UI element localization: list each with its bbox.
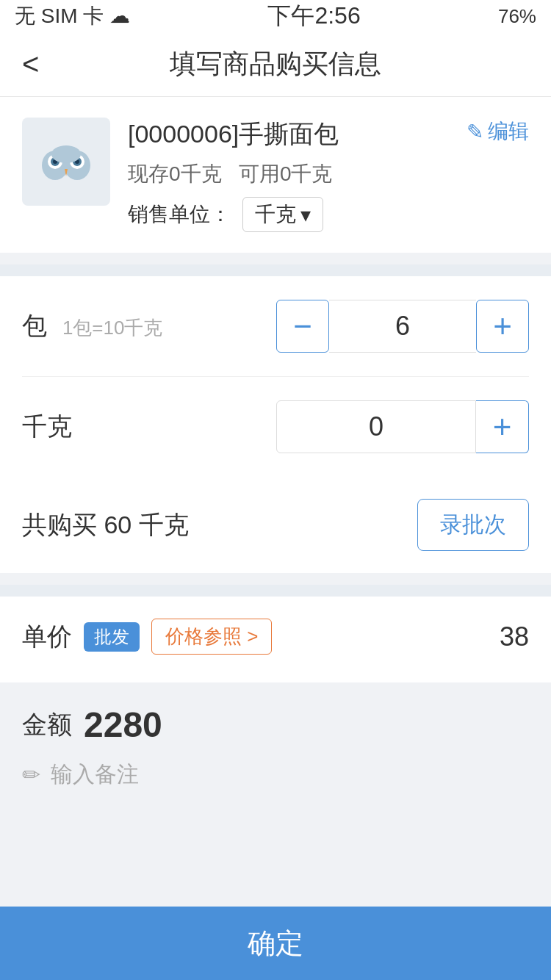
price-ref-label: 价格参照 > <box>165 624 258 649</box>
unit-select[interactable]: 千克 ▾ <box>242 197 323 232</box>
back-button[interactable]: < <box>22 48 39 81</box>
battery-level: 76% <box>498 5 536 28</box>
summary-text: 共购买 60 千克 <box>22 508 189 542</box>
kg-plus-button[interactable]: + <box>476 400 529 453</box>
product-image <box>22 118 110 206</box>
edit-label: 编辑 <box>488 118 529 145</box>
sim-status: 无 SIM 卡 ☁ <box>15 2 130 30</box>
kg-label: 千克 <box>22 412 72 440</box>
price-badge: 批发 <box>84 622 140 652</box>
note-placeholder: 输入备注 <box>51 760 139 790</box>
product-unit-row: 销售单位： 千克 ▾ <box>128 197 529 232</box>
amount-label: 金额 <box>22 708 72 742</box>
stock-available: 可用0千克 <box>239 162 333 185</box>
edit-pencil-icon: ✎ <box>467 120 483 144</box>
price-value: 38 <box>500 621 529 652</box>
note-pencil-icon: ✏ <box>22 762 40 788</box>
price-label: 单价 <box>22 620 72 654</box>
price-label-group: 单价 批发 价格参照 > <box>22 619 272 655</box>
unit-value: 千克 <box>255 201 296 228</box>
status-right: 76% <box>498 5 536 28</box>
amount-value: 2280 <box>84 705 162 745</box>
divider-2 <box>0 585 551 597</box>
svg-point-8 <box>51 145 81 163</box>
kg-qty-input[interactable] <box>276 400 476 453</box>
page-title: 填写商品购买信息 <box>170 46 381 82</box>
package-label-group: 包 1包=10千克 <box>22 309 162 343</box>
package-plus-button[interactable]: + <box>476 300 529 353</box>
edit-button[interactable]: ✎ 编辑 <box>467 118 529 145</box>
price-row: 单价 批发 价格参照 > 38 <box>22 619 529 655</box>
product-card: [0000006]手撕面包 现存0千克 可用0千克 销售单位： 千克 ▾ ✎ 编… <box>0 97 551 253</box>
batch-button[interactable]: 录批次 <box>417 499 529 551</box>
status-bar: 无 SIM 卡 ☁ 下午2:56 76% <box>0 0 551 32</box>
price-section: 单价 批发 价格参照 > 38 <box>0 597 551 682</box>
package-row: 包 1包=10千克 − + <box>22 276 529 377</box>
unit-label: 销售单位： <box>128 201 231 228</box>
amount-section: 金额 2280 ✏ 输入备注 <box>0 682 551 804</box>
amount-row: 金额 2280 <box>22 705 529 745</box>
confirm-button[interactable]: 确定 <box>0 907 551 980</box>
kg-row: 千克 + <box>22 377 529 477</box>
divider-1 <box>0 264 551 276</box>
stock-current: 现存0千克 <box>128 162 222 185</box>
input-section: 包 1包=10千克 − + 千克 + <box>0 276 551 477</box>
kg-controls: + <box>276 400 529 453</box>
price-ref-button[interactable]: 价格参照 > <box>151 619 272 655</box>
kg-label-group: 千克 <box>22 410 72 444</box>
nav-bar: < 填写商品购买信息 <box>0 32 551 97</box>
package-minus-button[interactable]: − <box>276 300 329 353</box>
status-left: 无 SIM 卡 ☁ <box>15 2 130 30</box>
product-stock: 现存0千克 可用0千克 <box>128 160 529 188</box>
summary-section: 共购买 60 千克 录批次 <box>0 477 551 573</box>
package-hint: 1包=10千克 <box>62 317 163 339</box>
dropdown-icon: ▾ <box>300 203 311 227</box>
package-qty-input[interactable] <box>329 300 476 353</box>
time-display: 下午2:56 <box>267 0 360 32</box>
package-controls: − + <box>276 300 529 353</box>
note-row[interactable]: ✏ 输入备注 <box>22 760 529 790</box>
package-label: 包 <box>22 311 47 339</box>
